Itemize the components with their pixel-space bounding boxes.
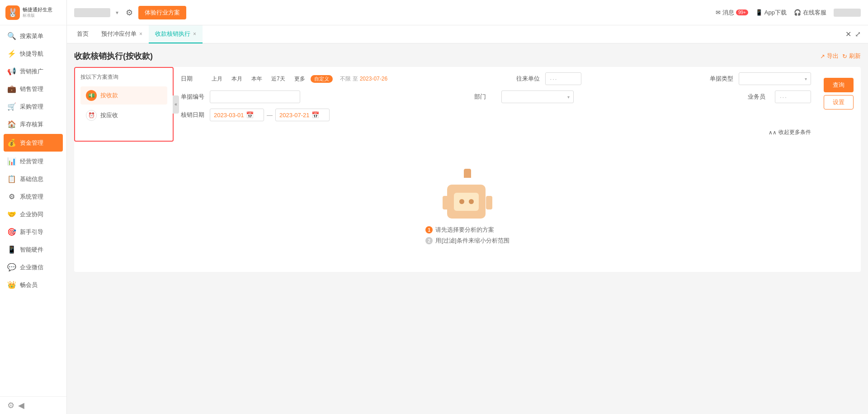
- robot-face: [454, 193, 479, 211]
- flash-icon: ⚡: [7, 49, 16, 58]
- robot-left-eye: [459, 199, 464, 204]
- cart-icon: 🛒: [7, 102, 16, 111]
- verify-date-range: 2023-03-01 📅 — 2023-07-21 📅: [210, 109, 330, 121]
- tab-receipt-verify-close-icon[interactable]: ×: [193, 31, 196, 37]
- tab-prepay-label: 预付冲应付单: [101, 30, 137, 38]
- hint-num-1: 1: [425, 226, 433, 233]
- topbar-gear-icon[interactable]: ⚙: [126, 8, 133, 18]
- date-custom-tag: 自定义: [311, 75, 333, 83]
- date-value: 2023-07-26: [360, 76, 387, 82]
- headset-icon: 🎧: [794, 9, 801, 16]
- sidebar-item-label: 营销推广: [20, 67, 43, 76]
- filter-option-by-receivable[interactable]: ⏰ 按应收: [80, 106, 167, 124]
- sidebar-item-inventory[interactable]: 🏠 库存核算: [0, 115, 66, 133]
- sidebar-item-collab[interactable]: 🤝 企业协同: [0, 205, 66, 223]
- verify-date-label: 核销日期: [181, 111, 204, 119]
- tabbar-right: ✕ ⤢: [845, 30, 864, 38]
- doc-type-select[interactable]: ▾: [739, 72, 811, 85]
- verify-end-date-input[interactable]: 2023-07-21 📅: [275, 109, 330, 121]
- message-icon: ✉: [716, 9, 721, 16]
- hint-text-2: 用[过滤]条件来缩小分析范围: [435, 237, 509, 245]
- filter-right-area: 日期 上月 本月 本年 近7天 更多 自定义: [174, 67, 861, 142]
- app-edition: 标准版: [23, 13, 52, 19]
- download-icon: 📱: [755, 9, 763, 16]
- user-info-blur[interactable]: [834, 9, 861, 17]
- verify-end-value: 2023-07-21: [279, 112, 310, 119]
- tab-prepay[interactable]: 预付冲应付单 ×: [95, 25, 149, 43]
- sidebar-item-label: 基础信息: [20, 175, 43, 183]
- date-btn-7days[interactable]: 近7天: [268, 74, 289, 84]
- sidebar-item-member[interactable]: 👑 畅会员: [0, 276, 66, 294]
- phone-icon: 📱: [7, 245, 16, 254]
- sidebar-item-label: 企业协同: [20, 210, 43, 219]
- sidebar-item-finance[interactable]: 💰 资金管理: [4, 134, 63, 152]
- app-download-action[interactable]: 📱 App下载: [755, 9, 787, 17]
- sidebar-item-sales[interactable]: 💼 销售管理: [0, 80, 66, 98]
- verify-start-value: 2023-03-01: [214, 112, 244, 119]
- industry-solution-button[interactable]: 体验行业方案: [138, 6, 186, 19]
- app-download-label: App下载: [764, 9, 787, 17]
- filter-option-by-receipt[interactable]: 💵 按收款: [80, 86, 167, 105]
- customer-service-action[interactable]: 🎧 在线客服: [794, 9, 826, 17]
- sidebar-item-purchase[interactable]: 🛒 采购管理: [0, 98, 66, 115]
- verify-start-date-input[interactable]: 2023-03-01 📅: [210, 109, 264, 121]
- date-range-display: 不限 至 2023-07-26: [340, 75, 387, 83]
- tab-home[interactable]: 首页: [71, 25, 95, 43]
- tab-close-all-icon[interactable]: ✕: [845, 30, 851, 38]
- filter-row-1: 日期 上月 本月 本年 近7天 更多 自定义: [181, 72, 811, 85]
- sidebar-item-label: 系统管理: [20, 193, 43, 201]
- collapse-sidebar-icon[interactable]: ◀: [18, 400, 24, 410]
- topbar-chevron-icon[interactable]: ▾: [116, 10, 118, 16]
- sidebar-item-basic-info[interactable]: 📋 基础信息: [0, 170, 66, 188]
- sidebar: 🐰 畅捷通好生意 标准版 🔍 搜索菜单 ⚡ 快捷导航 📢 营销推广 💼 销售管理…: [0, 0, 67, 414]
- date-btn-this-year[interactable]: 本年: [248, 74, 266, 84]
- sidebar-menu: 🔍 搜索菜单 ⚡ 快捷导航 📢 营销推广 💼 销售管理 🛒 采购管理 🏠 库存核…: [0, 25, 66, 396]
- collapse-more-button[interactable]: ∧∧ 收起更多条件: [769, 128, 811, 136]
- date-btn-this-month[interactable]: 本月: [228, 74, 246, 84]
- sidebar-item-quicknav[interactable]: ⚡ 快捷导航: [0, 45, 66, 62]
- filter-option-receipt-label: 按收款: [100, 91, 118, 100]
- sidebar-item-guide[interactable]: 🎯 新手引导: [0, 223, 66, 241]
- page-title: 收款核销执行(按收款): [74, 51, 153, 62]
- tab-receipt-verify[interactable]: 收款核销执行 ×: [149, 25, 203, 43]
- message-action[interactable]: ✉ 消息 99+: [716, 9, 748, 17]
- doc-no-input[interactable]: [210, 90, 300, 103]
- sidebar-item-system[interactable]: ⚙ 系统管理: [0, 188, 66, 205]
- settings-bottom-icon[interactable]: ⚙: [7, 400, 14, 410]
- sidebar-item-label: 资金管理: [20, 139, 43, 147]
- sidebar-item-hardware[interactable]: 📱 智能硬件: [0, 241, 66, 258]
- chevron-down-dept-icon: ▾: [567, 95, 570, 100]
- hint-text-1: 请先选择要分析的方案: [435, 226, 494, 234]
- empty-illustration: [443, 169, 492, 219]
- filter-action-buttons: 查询 设置: [818, 72, 854, 136]
- crown-icon: 👑: [7, 281, 16, 289]
- filter-left-panel: 按以下方案查询 💵 按收款 ⏰ 按应收 «: [74, 67, 174, 142]
- query-button[interactable]: 查询: [824, 78, 854, 92]
- export-button[interactable]: ↗ 导出: [820, 52, 839, 60]
- staff-input[interactable]: ···: [775, 90, 811, 103]
- filter-settings-button[interactable]: 设置: [824, 95, 854, 109]
- tab-expand-icon[interactable]: ⤢: [855, 30, 861, 38]
- sidebar-item-management[interactable]: 📊 经营管理: [0, 152, 66, 170]
- dept-select[interactable]: ▾: [501, 90, 574, 103]
- topbar-actions: ✉ 消息 99+ 📱 App下载 🎧 在线客服: [716, 9, 861, 17]
- sidebar-item-label: 新手引导: [20, 228, 43, 236]
- tab-prepay-close-icon[interactable]: ×: [139, 31, 142, 37]
- sidebar-item-search[interactable]: 🔍 搜索菜单: [0, 27, 66, 45]
- chevron-down-icon: ▾: [805, 76, 807, 81]
- date-separator: —: [267, 112, 273, 119]
- sidebar-item-marketing[interactable]: 📢 营销推广: [0, 62, 66, 80]
- filter-fields: 日期 上月 本月 本年 近7天 更多 自定义: [181, 72, 811, 136]
- receipt-icon: 💵: [86, 90, 97, 101]
- house-icon: 🏠: [7, 120, 16, 128]
- collapse-more-label: 收起更多条件: [778, 128, 811, 136]
- collapse-filter-panel-button[interactable]: «: [173, 95, 179, 114]
- date-btn-last-month[interactable]: 上月: [208, 74, 226, 84]
- collapse-panel-icon: «: [175, 102, 177, 107]
- refresh-button[interactable]: ↻ 刷新: [842, 52, 861, 60]
- sidebar-item-wechat[interactable]: 💬 企业微信: [0, 258, 66, 276]
- empty-hint-2: 2 用[过滤]条件来缩小分析范围: [425, 237, 509, 245]
- tabbar: 首页 预付冲应付单 × 收款核销执行 × ✕ ⤢: [67, 25, 868, 43]
- date-btn-more[interactable]: 更多: [291, 74, 309, 84]
- counterpart-input[interactable]: ···: [545, 72, 581, 85]
